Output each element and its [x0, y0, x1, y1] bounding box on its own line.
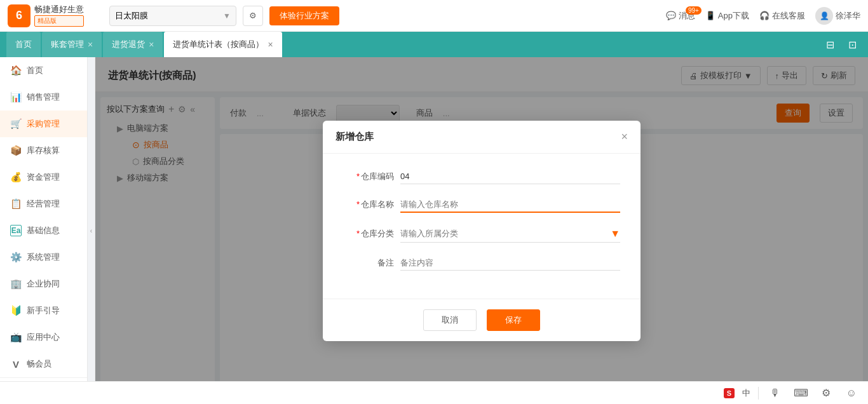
form-row-category: 仓库分类 ▼: [343, 226, 620, 243]
chinese-input-label[interactable]: 中: [742, 387, 750, 399]
warehouse-remark-input[interactable]: [400, 255, 620, 271]
vip-icon: V: [10, 358, 22, 370]
guide-icon: 🔰: [10, 305, 22, 316]
sidebar: 🏠 首页 📊 销售管理 🛒 采购管理 📦 库存核算 💰 资金管理 📋 经营管理 …: [0, 57, 95, 404]
modal-header: 新增仓库 ×: [323, 121, 641, 154]
emoticon-icon[interactable]: ☺: [843, 384, 860, 402]
sidebar-item-system[interactable]: ⚙️ 系统管理: [0, 244, 95, 271]
tab-home-label: 首页: [15, 39, 32, 50]
phone-icon: 📱: [705, 11, 715, 20]
form-name-label: 仓库名称: [343, 199, 394, 210]
search-bar[interactable]: ▼: [109, 6, 236, 26]
sidebar-home-label: 首页: [27, 65, 43, 76]
home-icon: 🏠: [10, 65, 22, 76]
save-button[interactable]: 保存: [487, 309, 540, 331]
sidebar-item-purchase[interactable]: 🛒 采购管理: [0, 111, 95, 137]
tab-account-close[interactable]: ×: [88, 39, 93, 50]
sidebar-item-guide[interactable]: 🔰 新手引导: [0, 297, 95, 324]
logo-line1: 畅捷通好生意: [34, 4, 84, 15]
message-icon: 💬: [666, 11, 676, 20]
search-input[interactable]: [115, 11, 223, 20]
warehouse-name-input[interactable]: [400, 197, 620, 213]
gear-button[interactable]: ⚙: [243, 6, 263, 26]
sidebar-purchase-label: 采购管理: [27, 118, 60, 130]
sidebar-enterprise-label: 企业协同: [27, 278, 60, 290]
divider1: [758, 387, 759, 400]
tab-account-label: 账套管理: [51, 39, 84, 50]
form-code-label: 仓库编码: [343, 171, 394, 182]
main-layout: 🏠 首页 📊 销售管理 🛒 采购管理 📦 库存核算 💰 资金管理 📋 经营管理 …: [0, 57, 868, 404]
sidebar-vip-label: 畅会员: [27, 358, 51, 370]
trial-button[interactable]: 体验行业方案: [269, 6, 339, 25]
category-select-input[interactable]: [400, 229, 610, 238]
tab-bar: 首页 账套管理 × 进货退货 × 进货单统计表（按商品） × ⊟ ⊡: [0, 32, 868, 57]
sidebar-inventory-label: 库存核算: [27, 145, 60, 156]
mic-icon[interactable]: 🎙: [766, 384, 784, 402]
modal-footer: 取消 保存: [323, 299, 641, 341]
sidebar-guide-label: 新手引导: [27, 305, 60, 316]
username: 徐泽华: [836, 10, 860, 22]
top-header: 6 畅捷通好生意 精品版 ▼ ⚙ 体验行业方案 💬 消息 99+ 📱 App下载…: [0, 0, 868, 32]
tab-purchase-return-close[interactable]: ×: [149, 39, 154, 50]
modal-body: 仓库编码 仓库名称 仓库分类 ▼: [323, 154, 641, 299]
tab-home[interactable]: 首页: [6, 32, 41, 57]
sidebar-item-basic[interactable]: Ea 基础信息: [0, 217, 95, 244]
form-category-label: 仓库分类: [343, 228, 394, 239]
inventory-icon: 📦: [10, 145, 22, 156]
modal-close-button[interactable]: ×: [621, 131, 628, 142]
tab-purchase-return[interactable]: 进货退货 ×: [103, 32, 163, 57]
user-item[interactable]: 👤 徐泽华: [815, 7, 860, 25]
sidebar-item-home[interactable]: 🏠 首页: [0, 57, 95, 84]
purchase-icon: 🛒: [10, 118, 22, 130]
form-row-name: 仓库名称: [343, 197, 620, 213]
apps-icon: 📺: [10, 332, 22, 343]
sidebar-item-apps[interactable]: 📺 应用中心: [0, 324, 95, 351]
sidebar-apps-label: 应用中心: [27, 332, 60, 343]
settings-icon[interactable]: ⚙: [817, 384, 835, 402]
sidebar-system-label: 系统管理: [27, 252, 60, 263]
keyboard-icon[interactable]: ⌨: [792, 384, 810, 402]
sidebar-item-management[interactable]: 📋 经营管理: [0, 191, 95, 217]
system-icon: ⚙️: [10, 252, 22, 263]
s-badge: S: [724, 388, 735, 398]
management-icon: 📋: [10, 198, 22, 210]
app-label: App下载: [718, 10, 749, 22]
message-item[interactable]: 💬 消息 99+: [666, 10, 695, 22]
service-label: 在线客服: [772, 10, 805, 22]
sidebar-item-vip[interactable]: V 畅会员: [0, 351, 95, 377]
tab-maximize-button[interactable]: ⊡: [843, 36, 862, 53]
modal-overlay: 新增仓库 × 仓库编码 仓库名称 仓库分类: [95, 57, 868, 404]
tab-account[interactable]: 账套管理 ×: [42, 32, 102, 57]
sidebar-item-enterprise[interactable]: 🏢 企业协同: [0, 271, 95, 297]
cancel-button[interactable]: 取消: [423, 309, 477, 331]
sidebar-sales-label: 销售管理: [27, 91, 60, 103]
modal-title: 新增仓库: [336, 131, 374, 143]
sidebar-item-inventory[interactable]: 📦 库存核算: [0, 137, 95, 164]
finance-icon: 💰: [10, 172, 22, 183]
sidebar-item-finance[interactable]: 💰 资金管理: [0, 164, 95, 191]
sidebar-basic-label: 基础信息: [27, 225, 60, 236]
form-category-select[interactable]: ▼: [400, 226, 620, 243]
sales-icon: 📊: [10, 91, 22, 103]
tab-minimize-button[interactable]: ⊟: [821, 36, 839, 53]
sidebar-management-label: 经营管理: [27, 198, 60, 210]
tab-stats-close[interactable]: ×: [268, 39, 273, 50]
warehouse-code-input[interactable]: [400, 169, 620, 184]
sidebar-finance-label: 资金管理: [27, 172, 60, 183]
basic-icon: Ea: [10, 225, 22, 236]
message-badge: 99+: [686, 6, 702, 15]
logo-area: 6 畅捷通好生意 精品版: [8, 4, 103, 27]
form-remark-label: 备注: [343, 257, 394, 269]
chevron-down-icon: ▼: [223, 11, 231, 20]
app-download-item[interactable]: 📱 App下载: [705, 10, 749, 22]
form-row-remark: 备注: [343, 255, 620, 271]
sidebar-item-sales[interactable]: 📊 销售管理: [0, 84, 95, 111]
sidebar-collapse-button[interactable]: ‹: [87, 57, 95, 404]
tab-stats[interactable]: 进货单统计表（按商品） ×: [164, 32, 281, 57]
form-row-code: 仓库编码: [343, 169, 620, 184]
bottom-bar: S 中 🎙 ⌨ ⚙ ☺: [0, 381, 868, 404]
online-service-item[interactable]: 🎧 在线客服: [759, 10, 805, 22]
category-chevron-icon: ▼: [610, 228, 620, 239]
headset-icon: 🎧: [759, 11, 770, 20]
tab-bar-actions: ⊟ ⊡: [821, 32, 862, 57]
